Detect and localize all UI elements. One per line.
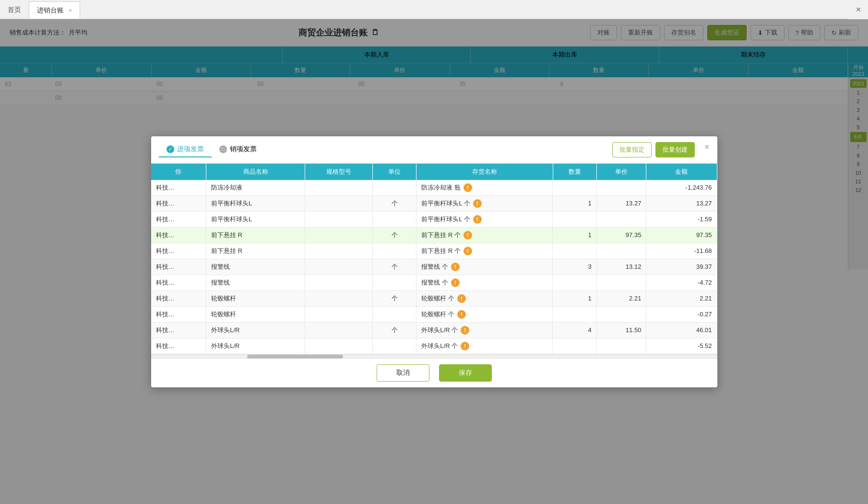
warning-icon: ! [461,326,469,335]
tab-home-label: 首页 [8,6,21,14]
table-row: 科技…前下悬挂 R个前下悬挂 R 个!197.3597.35 [151,227,717,243]
table-row: 科技…外球头L/R外球头L/R 个!-5.52 [151,338,717,354]
tab-purchase-invoice[interactable]: ✓ 进项发票 [159,142,212,157]
inventory-name-cell: 前平衡杆球头L 个 [421,215,470,224]
table-header-row: 你 商品名称 规格型号 单位 存货名称 数量 单价 金额 [151,164,717,180]
col-product-name: 商品名称 [206,164,305,180]
table-row: 科技…报警线报警线 个!-4.72 [151,275,717,290]
tab-purchase-invoice-label: 进项发票 [177,145,204,154]
warning-icon: ! [451,263,460,271]
tab-home[interactable]: 首页 [0,1,29,19]
warning-icon: ! [473,199,482,208]
warning-icon: ! [464,183,472,192]
modal-tabs: ✓ 进项发票 □ 销项发票 [159,142,264,157]
inventory-name-cell: 报警线 个 [421,263,448,271]
cancel-button[interactable]: 取消 [377,364,429,382]
tab-bar: 首页 进销台账 × × [0,0,868,19]
warning-icon: ! [451,278,460,287]
batch-assign-button[interactable]: 批量指定 [612,142,652,157]
col-company: 你 [151,164,206,180]
table-row: 科技…轮毂螺杆轮毂螺杆 个!-0.27 [151,306,717,322]
tab-sales-invoice[interactable]: □ 销项发票 [212,142,264,157]
col-spec: 规格型号 [305,164,372,180]
table-row: 科技…外球头L/R个外球头L/R 个!411.5046.01 [151,322,717,338]
warning-icon: ! [464,231,472,240]
table-row: 科技…轮毂螺杆个轮毂螺杆 个!12.212.21 [151,290,717,306]
tab-sales-invoice-label: 销项发票 [230,145,257,154]
table-row: 科技…报警线个报警线 个!313.1239.37 [151,259,717,275]
col-inventory-name: 存货名称 [416,164,553,180]
modal-header-actions: 批量指定 批量创建 × [612,142,710,157]
app-close-button[interactable]: × [849,0,868,19]
warning-icon: ! [473,215,482,224]
horizontal-scrollbar[interactable] [151,354,717,358]
warning-icon: ! [461,342,469,350]
modal-footer: 取消 保存 [151,358,717,387]
tab-ledger[interactable]: 进销台账 × [29,1,80,19]
purchase-invoice-icon: ✓ [166,145,174,153]
invoice-table: 你 商品名称 规格型号 单位 存货名称 数量 单价 金额 科技…防冻冷却液防冻冷… [151,164,717,354]
main-area: 销售成本计算方法： 月平均 商贸企业进销台账 🗒 对账 重新开账 存货别名 生成… [0,19,868,504]
inventory-name-cell: 外球头L/R 个 [421,326,458,335]
modal-close-button[interactable]: × [704,142,710,157]
table-row: 科技…防冻冷却液防冻冷却液 瓶!-1,243.76 [151,180,717,196]
table-row: 科技…前平衡杆球头L前平衡杆球头L 个!-1.59 [151,211,717,227]
inventory-name-cell: 轮毂螺杆 个 [421,310,454,319]
inventory-name-cell: 前下悬挂 R 个 [421,247,461,255]
tab-ledger-close[interactable]: × [69,7,72,14]
col-unit-price: 单价 [596,164,646,180]
modal-table-wrap[interactable]: 你 商品名称 规格型号 单位 存货名称 数量 单价 金额 科技…防冻冷却液防冻冷… [151,164,717,354]
inventory-name-cell: 外球头L/R 个 [421,342,458,350]
warning-icon: ! [457,294,466,303]
col-amount: 金额 [646,164,717,180]
tab-ledger-label: 进销台账 [37,6,64,15]
sales-invoice-icon: □ [219,145,227,153]
batch-create-button[interactable]: 批量创建 [655,142,695,157]
inventory-name-cell: 防冻冷却液 瓶 [421,183,461,192]
save-button[interactable]: 保存 [439,364,492,382]
table-row: 科技…前平衡杆球头L个前平衡杆球头L 个!113.2713.27 [151,195,717,211]
invoice-modal: ✓ 进项发票 □ 销项发票 批量指定 批量创建 × [151,136,717,387]
warning-icon: ! [457,310,466,319]
inventory-name-cell: 前下悬挂 R 个 [421,231,461,240]
inventory-name-cell: 轮毂螺杆 个 [421,294,454,303]
inventory-name-cell: 前平衡杆球头L 个 [421,199,470,208]
inventory-name-cell: 报警线 个 [421,278,448,287]
col-unit: 单位 [373,164,416,180]
modal-header: ✓ 进项发票 □ 销项发票 批量指定 批量创建 × [151,136,717,164]
warning-icon: ! [464,247,472,255]
modal-overlay: ✓ 进项发票 □ 销项发票 批量指定 批量创建 × [0,19,868,504]
scrollbar-thumb[interactable] [247,355,343,359]
table-row: 科技…前下悬挂 R前下悬挂 R 个!-11.68 [151,243,717,259]
col-quantity: 数量 [553,164,596,180]
